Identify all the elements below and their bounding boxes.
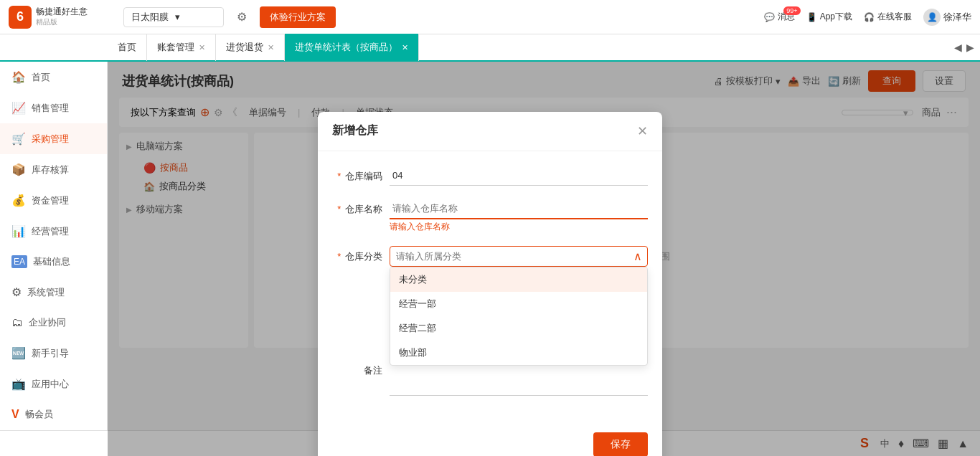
finance-icon: 💰 [11, 194, 26, 207]
brand-sub: 精品版 [36, 17, 88, 27]
warehouse-category-label: * 仓库分类 [332, 246, 390, 263]
sidebar-item-home[interactable]: 🏠 首页 [0, 62, 107, 92]
sidebar-item-base-info-label: 基础信息 [33, 255, 70, 268]
main-layout: 🏠 首页 📈 销售管理 🛒 采购管理 📦 库存核算 💰 资金管理 📊 经营管理 … [0, 62, 980, 456]
header-right: 💬 消息 99+ 📱 App下载 🎧 在线客服 👤 徐泽华 [764, 9, 971, 26]
form-row-code: * 仓库编码 [332, 166, 648, 186]
sidebar-item-home-label: 首页 [32, 71, 50, 84]
remark-label: 备注 [332, 360, 390, 377]
brand-name: 畅捷通好生意 [36, 6, 88, 18]
chevron-down-icon: ▾ [175, 11, 216, 22]
tab-purchase-stats[interactable]: 进货单统计表（按商品） ✕ [285, 34, 419, 61]
tab-home[interactable]: 首页 [108, 34, 147, 61]
tab-home-label: 首页 [118, 41, 136, 54]
sidebar-item-guide-label: 新手引导 [32, 347, 69, 360]
warehouse-code-label: * 仓库编码 [332, 166, 390, 183]
headset-icon: 🎧 [864, 12, 875, 22]
sidebar-item-finance-label: 资金管理 [32, 194, 69, 207]
base-info-icon: EA [11, 255, 27, 268]
warehouse-category-field: ∧ 未分类 经营一部 经营二部 物业部 [390, 246, 648, 267]
sidebar-item-system-label: 系统管理 [27, 286, 65, 299]
sidebar-item-enterprise-label: 企业协同 [29, 316, 66, 329]
logo-area: 6 畅捷通好生意 精品版 [9, 6, 116, 29]
sidebar-item-operations-label: 经营管理 [32, 225, 69, 238]
warehouse-name-input[interactable] [390, 199, 648, 219]
tab-purchase-stats-close[interactable]: ✕ [402, 43, 408, 52]
tab-prev-icon[interactable]: ◀ [954, 42, 962, 53]
sidebar-item-purchase[interactable]: 🛒 采购管理 [0, 123, 107, 154]
store-name: 日太阳膜 [131, 11, 172, 24]
nav-tabs: 首页 账套管理 ✕ 进货退货 ✕ 进货单统计表（按商品） ✕ ◀ ▶ [0, 34, 980, 62]
app-logo: 6 [9, 6, 32, 29]
category-option-property[interactable]: 物业部 [390, 341, 647, 365]
sidebar-item-apps[interactable]: 📺 应用中心 [0, 369, 107, 399]
sidebar-item-apps-label: 应用中心 [32, 378, 69, 391]
save-button[interactable]: 保存 [593, 432, 648, 457]
category-option-dept1[interactable]: 经营一部 [390, 292, 647, 316]
phone-icon: 📱 [806, 12, 817, 22]
sidebar-item-guide[interactable]: 🆕 新手引导 [0, 338, 107, 369]
sidebar: 🏠 首页 📈 销售管理 🛒 采购管理 📦 库存核算 💰 资金管理 📊 经营管理 … [0, 62, 108, 456]
sidebar-item-finance[interactable]: 💰 资金管理 [0, 185, 107, 216]
modal-overlay: 新增仓库 ✕ * 仓库编码 [108, 62, 980, 456]
dialog-new-warehouse: 新增仓库 ✕ * 仓库编码 [318, 112, 662, 457]
tab-accounts-label: 账套管理 [157, 41, 194, 54]
category-option-unclassified[interactable]: 未分类 [390, 267, 647, 292]
sidebar-item-enterprise[interactable]: 🗂 企业协同 [0, 308, 107, 338]
home-icon: 🏠 [11, 70, 26, 84]
dialog-body: * 仓库编码 * 仓库名称 [318, 151, 662, 425]
apps-icon: 📺 [11, 377, 26, 391]
avatar: 👤 [923, 9, 941, 26]
tab-next-icon[interactable]: ▶ [966, 42, 974, 53]
form-row-category: * 仓库分类 ∧ 未分类 经营一部 经营二部 物业部 [332, 246, 648, 267]
sidebar-item-inventory-label: 库存核算 [32, 163, 69, 176]
category-option-dept2[interactable]: 经营二部 [390, 316, 647, 341]
dialog-title: 新增仓库 [332, 123, 378, 138]
trial-button[interactable]: 体验行业方案 [260, 6, 336, 28]
tab-purchase-return-label: 进货退货 [226, 41, 263, 54]
username: 徐泽华 [943, 11, 971, 24]
warehouse-category-input[interactable] [390, 246, 648, 267]
sidebar-item-sales[interactable]: 📈 销售管理 [0, 92, 107, 123]
sales-icon: 📈 [11, 101, 26, 115]
member-icon: V [11, 408, 19, 421]
form-row-name: * 仓库名称 请输入仓库名称 [332, 199, 648, 233]
tab-accounts-close[interactable]: ✕ [199, 43, 205, 52]
warehouse-name-error: 请输入仓库名称 [390, 221, 648, 233]
dialog-header: 新增仓库 ✕ [318, 112, 662, 151]
operations-icon: 📊 [11, 224, 26, 238]
category-dropdown: 未分类 经营一部 经营二部 物业部 [390, 267, 648, 366]
sidebar-item-purchase-label: 采购管理 [32, 133, 69, 146]
warehouse-name-label: * 仓库名称 [332, 199, 390, 216]
message-icon: 💬 [764, 12, 775, 22]
inventory-icon: 📦 [11, 163, 26, 176]
warehouse-code-input[interactable] [390, 166, 648, 186]
messages-button[interactable]: 💬 消息 99+ [764, 11, 795, 23]
tab-purchase-return-close[interactable]: ✕ [268, 43, 274, 52]
dialog-footer: 保存 [318, 425, 662, 457]
settings-icon[interactable]: ⚙ [231, 6, 253, 28]
online-service-button[interactable]: 🎧 在线客服 [864, 11, 912, 23]
tab-accounts[interactable]: 账套管理 ✕ [147, 34, 216, 61]
sidebar-item-member-label: 畅会员 [25, 408, 53, 421]
top-header: 6 畅捷通好生意 精品版 日太阳膜 ▾ ⚙ 体验行业方案 💬 消息 99+ 📱 … [0, 0, 980, 34]
purchase-icon: 🛒 [11, 132, 26, 146]
sidebar-item-system[interactable]: ⚙ 系统管理 [0, 277, 107, 308]
store-selector[interactable]: 日太阳膜 ▾ [123, 7, 224, 27]
guide-icon: 🆕 [11, 346, 26, 360]
tab-purchase-return[interactable]: 进货退货 ✕ [216, 34, 285, 61]
app-download-button[interactable]: 📱 App下载 [806, 11, 852, 23]
tab-controls: ◀ ▶ [954, 42, 980, 53]
warehouse-code-field [390, 166, 648, 186]
sidebar-item-base-info[interactable]: EA 基础信息 [0, 247, 107, 277]
sidebar-item-sales-label: 销售管理 [32, 102, 69, 115]
tab-purchase-stats-label: 进货单统计表（按商品） [295, 41, 397, 54]
sidebar-item-member[interactable]: V 畅会员 [0, 399, 107, 429]
sidebar-item-operations[interactable]: 📊 经营管理 [0, 216, 107, 247]
user-profile-button[interactable]: 👤 徐泽华 [923, 9, 971, 26]
messages-badge: 99+ [783, 6, 800, 15]
dialog-close-icon[interactable]: ✕ [637, 123, 648, 139]
sidebar-item-inventory[interactable]: 📦 库存核算 [0, 154, 107, 185]
warehouse-name-field: 请输入仓库名称 [390, 199, 648, 233]
enterprise-icon: 🗂 [11, 316, 23, 329]
